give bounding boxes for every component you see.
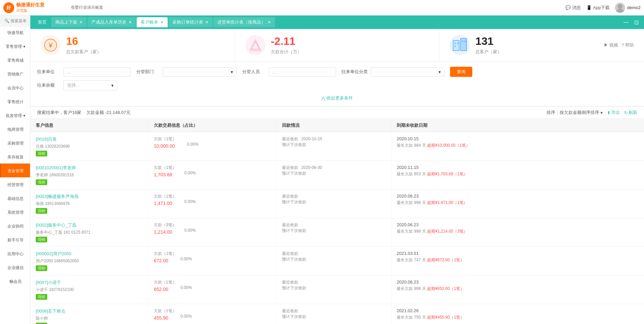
sidebar-item-corp-wx[interactable]: 企业微信 (0, 260, 30, 274)
debt-pct: 0.00% (180, 285, 192, 290)
sidebar-item-label: 系统管理 (2, 210, 29, 215)
debt-amount: 455.90 (154, 315, 168, 321)
debt-label: 欠款（1笔） (154, 251, 271, 257)
last-payment: 最近收款 (282, 194, 386, 199)
collapse-label: 收起更多条件 (327, 95, 353, 101)
sidebar-item-retail-mgmt[interactable]: 零售管理 ▾ (0, 39, 30, 53)
person-input[interactable]: ... (269, 67, 336, 77)
tab-purchase-order[interactable]: 采购订单统计表 ✕ (168, 17, 213, 27)
stat-value: 131 (475, 35, 502, 47)
sidebar-item-guide[interactable]: 新手引导 (0, 233, 30, 246)
debt-pct: 0.00% (180, 314, 192, 319)
tab-product-history[interactable]: 产成品入库单历史 ✕ (87, 17, 136, 27)
due-date: 2020.11.15 (397, 165, 639, 170)
customer-cell-5: [000002]用户2050 用户2050 18665062050 现销 (30, 247, 148, 275)
sidebar-item-retail-mall[interactable]: 零售商城 (0, 53, 30, 67)
sidebar-item-label: 应用中心 (2, 251, 29, 257)
tab-close-icon[interactable]: ✕ (268, 20, 271, 25)
sidebar-item-enterprise[interactable]: 企业协同 (0, 219, 30, 233)
message-btn[interactable]: 💬 消息 (565, 5, 581, 11)
customer-name-link[interactable]: [0006]丢下粮仓 (36, 308, 143, 314)
debt-cell-2: 欠款（1笔） 1,703.68 0.00% (148, 161, 277, 189)
customer-name-link[interactable]: [000002]用户2050 (36, 251, 143, 257)
table-row: [0003]畅捷服务尹海燕 海燕 18513066976 现销 欠款（1笔） 1… (30, 189, 644, 218)
tab-maximize-btn[interactable]: ⊡ (632, 19, 641, 26)
sidebar-item-biz-mgmt[interactable]: 经营管理 (0, 177, 30, 191)
overdue-link[interactable]: 超期¥10,000.00（1笔） (427, 143, 470, 148)
refresh-btn[interactable]: ↻ 刷新 (624, 110, 637, 116)
recovery-cell-6: 最近收款 预计下次收款 (277, 275, 391, 304)
customer-name-link[interactable]: [0016]吕俊 (36, 136, 143, 142)
debt-cell-4: 欠款（3笔） 1,214.00 0.00% (148, 218, 277, 246)
customer-name-link[interactable]: [0001020001]李老师 (36, 165, 143, 171)
tab-label: 产成品入库单历史 (91, 19, 127, 25)
tab-close-icon[interactable]: ✕ (205, 20, 208, 25)
customer-name-link[interactable]: [0002]服务中心_丁磊 (36, 222, 143, 228)
quick-nav[interactable]: 快捷导航 (0, 27, 30, 39)
collapse-icon: ⋀ (321, 96, 325, 101)
sort-select[interactable]: 排序：按欠款金额倒序排序 ▾ (547, 110, 603, 116)
overdue-link[interactable]: 超期¥672.00（1笔） (427, 258, 464, 262)
sidebar-item-basic-info[interactable]: 基础信息 (0, 191, 30, 205)
sidebar-item-batch-mgmt[interactable]: 批发管理 ▾ (0, 108, 30, 122)
filter-balance-label: 往来余额 (37, 82, 61, 88)
recovery-cell-1: 最近收款 2020-10-15 预计下次收款 (277, 132, 391, 160)
export-btn[interactable]: ⬆ 导出 (607, 110, 620, 116)
unit-cat-input[interactable]: ▾ (370, 67, 445, 77)
sidebar-item-purchase[interactable]: 采购管理 (0, 136, 30, 150)
debt-pct: 0.00% (187, 142, 198, 147)
tab-close-icon[interactable]: ✕ (160, 20, 164, 25)
svg-text:¥: ¥ (48, 41, 53, 49)
debt-cell-6: 欠款（1笔） 652.00 0.00% (148, 275, 277, 304)
sidebar-item-app-center[interactable]: 应用中心 (0, 246, 30, 260)
customer-name-link[interactable]: [0003]畅捷服务尹海燕 (36, 194, 143, 200)
industry-label: 母婴行业演示账套 (67, 5, 107, 10)
tab-customer-account[interactable]: 客户账本 ✕ (137, 17, 168, 27)
search-menu[interactable]: 🔍 搜索菜单 (0, 16, 30, 27)
sidebar-item-member[interactable]: 会员中心 (0, 81, 30, 94)
collapse-filter-btn[interactable]: ⋀ 收起更多条件 (37, 94, 637, 104)
table-row: [0016]吕俊 吕俊 13026203696 现销 欠款（1笔） 10,000… (30, 132, 644, 161)
balance-select[interactable]: 选择... ▾ (63, 80, 117, 90)
tab-product-onoff[interactable]: 商品上下架 ✕ (51, 17, 87, 27)
filter-area: 往来单位 ... 分管部门 ▾ 分管人员 (30, 62, 644, 106)
customer-table: 客户信息 欠款交易信息（占比） 回款情况 到期未收款日期 [0016]吕俊 吕俊… (30, 119, 644, 324)
sidebar-item-marketing[interactable]: 营销推广 (0, 67, 30, 81)
dept-input[interactable]: ▾ (163, 67, 237, 77)
view-help-btn[interactable]: ? 帮助 (621, 42, 634, 48)
col-header-debt: 欠款交易信息（占比） (148, 119, 277, 132)
debt-cell-5: 欠款（1笔） 672.00 0.00% (148, 247, 277, 275)
sidebar-item-ecommerce[interactable]: 电商管理 (0, 122, 30, 136)
customer-name-link[interactable]: [0007]小进千 (36, 279, 143, 286)
search-button[interactable]: 查询 (450, 67, 472, 77)
tab-purchase-stats[interactable]: 进货单统计表（按商品） ✕ (213, 17, 275, 27)
debt-amount: 1,471.00 (154, 201, 172, 206)
stat-card-actions: ▶ 视频 ? 帮助 (604, 42, 634, 48)
sidebar-item-inventory[interactable]: 库存核算 (0, 150, 30, 164)
overdue-link[interactable]: 超期¥1,471.00（1笔） (427, 200, 468, 205)
overdue-link[interactable]: 超期¥652.00（1笔） (427, 286, 464, 291)
overdue-link[interactable]: 超期¥1,214.00（3笔） (427, 229, 468, 234)
table-header: 客户信息 欠款交易信息（占比） 回款情况 到期未收款日期 (30, 119, 644, 132)
stat-label: 总欠款客户（家） (66, 49, 101, 55)
app-download-btn[interactable]: 📱 App下载 (586, 5, 610, 11)
tab-home[interactable]: 首页 (34, 17, 51, 27)
tab-home-label: 首页 (38, 20, 47, 25)
user-menu[interactable]: demo2 (615, 3, 641, 13)
result-bar-right: 排序：按欠款金额倒序排序 ▾ ⬆ 导出 ↻ 刷新 (547, 110, 637, 116)
debt-row: 1,214.00 0.00% (154, 228, 271, 235)
stat-info-debt-amount: -2.11 欠款合计（万） (271, 35, 302, 55)
source-unit-input[interactable]: ... (63, 67, 131, 77)
sidebar-item-vip[interactable]: 畅会员 (0, 274, 30, 288)
sidebar-item-system[interactable]: 系统管理 (0, 205, 30, 219)
sidebar-item-label: 零售商城 (2, 58, 29, 63)
sidebar-item-retail-stats[interactable]: 零售统计 (0, 94, 30, 108)
col-header-customer: 客户信息 (30, 119, 148, 132)
view-video-btn[interactable]: ▶ 视频 (604, 42, 618, 48)
tab-close-icon[interactable]: ✕ (79, 20, 83, 25)
sidebar-item-finance[interactable]: 资金管理 (0, 164, 30, 177)
overdue-link[interactable]: 超期¥1,703.68（1笔） (427, 172, 468, 176)
tab-minimize-btn[interactable]: — (621, 19, 631, 26)
overdue-link[interactable]: 超期¥455.90（1笔） (427, 315, 464, 320)
tab-close-icon[interactable]: ✕ (129, 20, 132, 25)
